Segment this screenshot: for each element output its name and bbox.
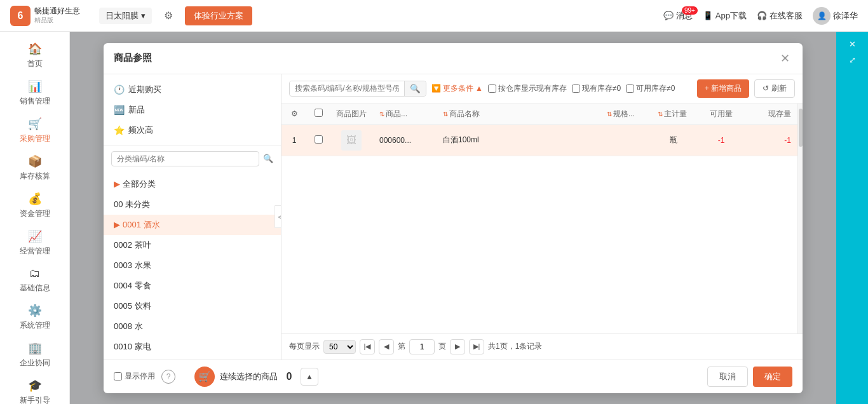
table-scrollbar[interactable] [797,104,803,333]
row-available: -1 [696,125,747,156]
sort-icon: ⇅ [658,111,663,118]
th-checkbox[interactable] [307,104,330,125]
sidebar-item-basic[interactable]: 🗂 基础信息 [0,262,69,299]
category-00[interactable]: 00 未分类 [104,194,281,215]
user-btn[interactable]: 👤 徐泽华 [813,7,858,25]
product-search-btn[interactable]: 🔍 [404,81,426,96]
sidebar-item-newbie[interactable]: 🎓 新手引导 [0,374,69,404]
logo-title: 畅捷通好生意 [34,6,80,17]
category-search-input[interactable] [111,151,259,166]
modal-body: 🕐 近期购买 🆕 新品 ⭐ 频次高 [104,74,803,360]
product-search-input[interactable] [290,81,404,95]
sidebar-item-label: 销售管理 [20,96,50,107]
row-img: 🖼 [330,125,373,156]
show-disabled-checkbox[interactable]: 显示停用 [114,371,155,382]
sidebar-item-label: 基础信息 [20,283,50,293]
last-page-btn[interactable]: ▶| [469,339,484,354]
filter-icon: 🔽 [431,84,441,93]
category-list: ▶ 全部分类 00 未分类 ▶ 0001 酒水 0002 茶 [104,172,281,360]
star-icon: ⭐ [114,125,125,135]
nav-selector[interactable]: 日太阳膜 ▾ [99,8,152,24]
category-0002[interactable]: 0002 茶叶 [104,235,281,255]
collapse-cart-btn[interactable]: ▲ [301,368,318,386]
th-img: 商品图片 [330,104,373,125]
th-settings[interactable]: ⚙ [281,104,307,125]
more-filter-btn[interactable]: 🔽 更多条件 ▲ [431,83,483,94]
filter-frequent[interactable]: ⭐ 频次高 [104,120,281,140]
category-all[interactable]: ▶ 全部分类 [104,174,281,194]
th-code[interactable]: ⇅商品... [373,104,437,125]
category-search-icon[interactable]: 🔍 [263,154,273,163]
logo-icon: 6 [10,6,31,26]
next-page-btn[interactable]: ▶ [450,339,465,354]
first-page-btn[interactable]: |◀ [360,339,375,354]
category-0004[interactable]: 0004 零食 [104,276,281,296]
sort-icon: ⇅ [443,111,448,118]
confirm-btn[interactable]: 确定 [753,367,792,387]
prev-page-btn[interactable]: ◀ [379,339,394,354]
main-layout: 🏠 首页 📊 销售管理 🛒 采购管理 📦 库存核算 💰 资金管理 📈 经营管理 … [0,32,868,404]
checkbox-nonzero-available[interactable]: 可用库存≠0 [626,83,675,94]
row-index: 1 [281,125,307,156]
table-scroll-thumb[interactable] [799,109,803,147]
per-page-label: 每页显示 [289,341,320,352]
cancel-btn[interactable]: 取消 [707,367,748,387]
sidebar-item-label: 库存核算 [20,171,50,182]
filter-new[interactable]: 🆕 新品 [104,100,281,120]
online-service-btn[interactable]: 🎧 在线客服 [757,10,803,22]
top-nav: 6 畅捷通好生意 精品版 日太阳膜 ▾ ⚙ 体验行业方案 💬 消息 99+ 📱 … [0,0,868,32]
row-spec [600,125,651,156]
per-page-select[interactable]: 50 20 100 [323,340,356,354]
refresh-btn[interactable]: ↺ 刷新 [754,79,795,98]
checkbox-nonzero-stock[interactable]: 现有库存≠0 [572,83,621,94]
app-download-btn[interactable]: 📱 App下载 [703,10,747,22]
cart-icon[interactable]: 🛒 [194,367,215,387]
message-btn[interactable]: 💬 消息 99+ [663,10,693,22]
table-row[interactable]: 1 🖼 000600... 白酒100ml [281,125,797,156]
sidebar-item-enterprise[interactable]: 🏢 企业协同 [0,336,69,374]
row-checkbox[interactable] [307,125,330,156]
sidebar-item-sales[interactable]: 📊 销售管理 [0,74,69,112]
category-0001[interactable]: ▶ 0001 酒水 [104,215,281,235]
product-search-box: 🔍 [289,81,426,97]
sidebar-item-finance[interactable]: 💰 资金管理 [0,187,69,224]
logo-sub: 精品版 [34,16,80,25]
sales-icon: 📊 [28,79,42,93]
filter-recent[interactable]: 🕐 近期购买 [104,79,281,100]
sidebar-item-inventory[interactable]: 📦 库存核算 [0,149,69,187]
expand-icon: ▶ [114,179,120,189]
category-0010[interactable]: 0010 家电 [104,337,281,357]
th-name[interactable]: ⇅商品名称 [437,104,600,125]
purchase-icon: 🛒 [28,117,42,131]
sidebar-item-operations[interactable]: 📈 经营管理 [0,224,69,262]
modal-footer: 显示停用 ? 🛒 连续选择的商品 0 ▲ 取消 确定 [104,360,803,393]
category-search-area: 🔍 [104,146,281,172]
add-product-btn[interactable]: + 新增商品 [697,79,749,98]
th-stock: 现存量 [747,104,797,125]
settings-icon[interactable]: ⚙ [158,6,179,26]
checkbox-warehouse-stock[interactable]: 按仓库显示现有库存 [488,83,567,94]
sidebar-item-home[interactable]: 🏠 首页 [0,37,69,74]
message-icon: 💬 [663,11,674,20]
close-teal-btn[interactable]: ✕ [849,39,856,49]
sidebar-item-purchase[interactable]: 🛒 采购管理 [0,112,69,149]
product-table: ⚙ 商品图片 ⇅商品... [281,104,797,156]
category-0003[interactable]: 0003 水果 [104,255,281,276]
expand-teal-btn[interactable]: ⤢ [849,55,856,65]
left-panel: 🕐 近期购买 🆕 新品 ⭐ 频次高 [104,74,281,360]
sidebar-item-system[interactable]: ⚙️ 系统管理 [0,299,69,336]
help-icon[interactable]: ? [161,370,175,384]
page-number-input[interactable] [409,339,435,354]
newbie-icon: 🎓 [28,379,42,393]
headset-icon: 🎧 [757,11,767,20]
modal-close-btn[interactable]: ✕ [777,51,792,66]
th-unit[interactable]: ⇅主计量 [651,104,696,125]
category-0008[interactable]: 0008 水 [104,316,281,337]
footer-cart-area: 🛒 连续选择的商品 0 ▲ [194,367,318,387]
basic-icon: 🗂 [29,267,41,280]
toolbar-actions: + 新增商品 ↺ 刷新 [697,79,795,98]
category-0005[interactable]: 0005 饮料 [104,296,281,316]
experience-btn[interactable]: 体验行业方案 [185,6,252,25]
th-spec[interactable]: ⇅规格... [600,104,651,125]
collapse-panel-btn[interactable]: ≪ [275,205,281,228]
